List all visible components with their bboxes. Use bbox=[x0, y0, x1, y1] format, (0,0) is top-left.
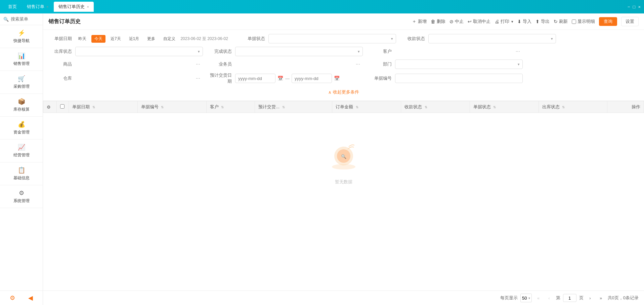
table-settings-icon[interactable]: ⚙ bbox=[47, 105, 51, 110]
per-page-select[interactable]: 50 ▾ bbox=[520, 294, 531, 302]
calendar-from-icon[interactable]: 📅 bbox=[277, 76, 283, 81]
query-button[interactable]: 查询 bbox=[599, 17, 617, 26]
sidebar-settings-icon[interactable]: ⚙ bbox=[10, 294, 15, 302]
status-filter-control: ▾ bbox=[268, 34, 396, 43]
close-sales-order-tab[interactable]: × bbox=[46, 5, 48, 9]
date-btn-7days[interactable]: 近7天 bbox=[108, 35, 124, 43]
close-sales-order-history-tab[interactable]: × bbox=[87, 5, 89, 9]
search-menu-bar[interactable]: 🔍 搜索菜单 bbox=[0, 13, 43, 25]
outbound-arrow: ▾ bbox=[198, 49, 200, 54]
sidebar-item-quick-nav[interactable]: ⚡ 快捷导航 bbox=[0, 25, 43, 48]
th-outbound-status[interactable]: 出库状态 ⇅ bbox=[539, 101, 607, 113]
customer-dots[interactable]: ··· bbox=[516, 48, 520, 54]
th-expected-delivery[interactable]: 预计交货... ⇅ bbox=[255, 101, 332, 113]
filter-row-3: 商品 ··· 业务员 ··· 部门 ▾ bbox=[48, 60, 639, 69]
date-btn-1month[interactable]: 近1月 bbox=[126, 35, 142, 43]
display-columns-check[interactable] bbox=[572, 20, 576, 24]
th-customer[interactable]: 客户 ⇅ bbox=[206, 101, 255, 113]
export-icon: ⬆ bbox=[535, 19, 540, 24]
customer-select[interactable]: ··· bbox=[395, 47, 523, 56]
th-no[interactable]: 单据编号 ⇅ bbox=[137, 101, 206, 113]
complete-status-select[interactable]: ▾ bbox=[235, 47, 363, 56]
svg-text:🔍: 🔍 bbox=[341, 154, 347, 159]
th-order-amount[interactable]: 订单金额 ⇅ bbox=[332, 101, 401, 113]
expected-date-to[interactable] bbox=[292, 74, 332, 83]
collapse-button[interactable]: ∧ 收起更多条件 bbox=[48, 88, 639, 97]
product-select[interactable]: ··· bbox=[75, 60, 203, 69]
doc-no-input[interactable] bbox=[395, 74, 523, 83]
expected-date-from[interactable] bbox=[235, 74, 275, 83]
date-btn-yesterday[interactable]: 昨天 bbox=[75, 35, 89, 43]
tab-sales-order-history[interactable]: 销售订单历史 × bbox=[54, 2, 93, 12]
tab-sales-order[interactable]: 销售订单 × bbox=[22, 2, 53, 12]
data-table: ⚙ 单据日期 ⇅ 单据编号 ⇅ bbox=[43, 101, 644, 113]
receipt-status-label: 收款状态 bbox=[401, 36, 428, 42]
sidebar-item-sales-mgmt[interactable]: 📊 销售管理 bbox=[0, 48, 43, 71]
warehouse-dots[interactable]: ··· bbox=[196, 75, 200, 81]
th-checkbox[interactable] bbox=[57, 101, 69, 113]
main-layout: 🔍 搜索菜单 ⚡ 快捷导航 📊 销售管理 🛒 采购管理 📦 库存核算 💰 资金管… bbox=[0, 13, 644, 305]
stop-button[interactable]: ⊘ 中止 bbox=[449, 18, 464, 25]
delete-button[interactable]: 🗑 删除 bbox=[431, 18, 445, 25]
sidebar-item-finance[interactable]: 💰 资金管理 bbox=[0, 117, 43, 140]
settings-button[interactable]: 设置 bbox=[621, 17, 639, 26]
sidebar-item-inventory[interactable]: 📦 库存核算 bbox=[0, 94, 43, 117]
next-page-button[interactable]: › bbox=[586, 294, 594, 302]
date-filter-group: 昨天 今天 近7天 近1月 更多 自定义 2023-06-02 至 2023-0… bbox=[75, 35, 228, 43]
first-page-button[interactable]: « bbox=[534, 294, 543, 302]
expected-date-label: 预计交货日期 bbox=[208, 72, 235, 84]
outbound-status-label: 出库状态 bbox=[48, 48, 75, 54]
delete-icon: 🗑 bbox=[431, 19, 435, 24]
page-title: 销售订单历史 bbox=[48, 18, 81, 25]
new-icon: ＋ bbox=[412, 18, 417, 25]
dept-control: ▾ bbox=[395, 60, 523, 69]
import-button[interactable]: ⬇ 导入 bbox=[517, 18, 531, 25]
prev-page-button[interactable]: ‹ bbox=[545, 294, 553, 302]
cancel-stop-button[interactable]: ↩ 取消中止 bbox=[468, 18, 490, 25]
sys-mgmt-icon: ⚙ bbox=[19, 189, 24, 197]
th-doc-status[interactable]: 单据状态 ⇅ bbox=[470, 101, 539, 113]
last-page-button[interactable]: » bbox=[597, 294, 605, 302]
content-area: 销售订单历史 ＋ 新增 🗑 删除 ⊘ 中止 ↩ 取消中止 bbox=[43, 13, 644, 305]
window-minimize[interactable]: − bbox=[628, 4, 630, 9]
salesperson-dots[interactable]: ··· bbox=[356, 61, 360, 67]
status-select[interactable]: ▾ bbox=[268, 34, 396, 43]
product-dots[interactable]: ··· bbox=[196, 61, 200, 67]
export-button[interactable]: ⬆ 导出 bbox=[535, 18, 550, 25]
th-receipt-status[interactable]: 收款状态 ⇅ bbox=[401, 101, 470, 113]
sidebar-item-sys-mgmt[interactable]: ⚙ 系统管理 bbox=[0, 185, 43, 208]
select-all-checkbox[interactable] bbox=[60, 104, 65, 109]
th-actions: 操作 bbox=[607, 101, 644, 113]
outbound-status-select[interactable]: ▾ bbox=[75, 47, 203, 56]
date-btn-custom[interactable]: 自定义 bbox=[160, 35, 178, 43]
date-btn-more[interactable]: 更多 bbox=[144, 35, 158, 43]
date-range-text: 2023-06-02 至 2023-06-02 bbox=[180, 36, 228, 42]
receipt-status-select[interactable]: ▾ bbox=[428, 34, 556, 43]
display-columns-checkbox[interactable]: 显示明细 bbox=[572, 18, 595, 25]
print-button[interactable]: 🖨 打印 bbox=[495, 18, 513, 25]
refresh-icon: ↻ bbox=[554, 19, 558, 24]
calendar-to-icon[interactable]: 📅 bbox=[334, 76, 340, 81]
sidebar-collapse-icon[interactable]: ◀ bbox=[28, 294, 33, 302]
dept-label: 部门 bbox=[368, 61, 395, 67]
dept-arrow: ▾ bbox=[518, 62, 520, 67]
th-date[interactable]: 单据日期 ⇅ bbox=[69, 101, 138, 113]
sort-date-icon: ⇅ bbox=[92, 105, 95, 109]
sidebar-item-basic-info[interactable]: 📋 基础信息 bbox=[0, 162, 43, 185]
sidebar-item-purchase-mgmt[interactable]: 🛒 采购管理 bbox=[0, 71, 43, 94]
window-controls: − □ × bbox=[628, 4, 641, 9]
warehouse-select[interactable]: ··· bbox=[75, 74, 203, 83]
salesperson-select[interactable]: ··· bbox=[235, 60, 363, 69]
dept-select[interactable]: ▾ bbox=[395, 60, 523, 69]
date-btn-today[interactable]: 今天 bbox=[91, 35, 105, 43]
tab-home[interactable]: 首页 bbox=[3, 2, 22, 12]
refresh-button[interactable]: ↻ 刷新 bbox=[554, 18, 568, 25]
window-maximize[interactable]: □ bbox=[633, 4, 636, 9]
window-close[interactable]: × bbox=[638, 4, 641, 9]
page-input[interactable] bbox=[563, 294, 576, 302]
per-page-label: 每页显示 bbox=[500, 295, 518, 301]
new-button[interactable]: ＋ 新增 bbox=[412, 18, 427, 25]
stop-icon: ⊘ bbox=[449, 19, 454, 24]
th-settings[interactable]: ⚙ bbox=[43, 101, 57, 113]
sidebar-item-operations[interactable]: 📈 经营管理 bbox=[0, 140, 43, 162]
